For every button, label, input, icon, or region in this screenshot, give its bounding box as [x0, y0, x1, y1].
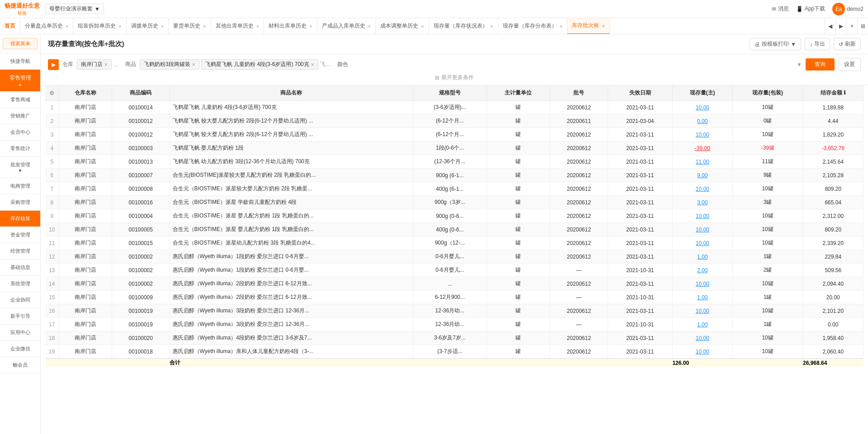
table-row: 12 南岸门店 00100002 惠氏启醇（Wyeth illuma）1段奶粉 …	[45, 250, 863, 264]
tab-1[interactable]: 分量盘点单历史 ×	[20, 18, 73, 34]
tab-7[interactable]: 产成品入库单历史 ×	[317, 18, 376, 34]
tab-close-all-btn[interactable]: ×	[846, 18, 857, 34]
tab-close-icon[interactable]: ×	[602, 23, 604, 28]
qty-main-cell[interactable]: 10.00	[672, 331, 732, 345]
settings-btn[interactable]: 设置	[838, 58, 861, 71]
footer-label: 合计	[170, 359, 413, 367]
footer-qty-main: 126.00	[672, 359, 732, 367]
product-tag-2[interactable]: 飞鹤星飞帆 儿童奶粉 4段(3-6岁适用) 700克 ×	[201, 59, 318, 70]
qty-main-cell[interactable]: 1.00	[672, 318, 732, 331]
table-footer-row: 合计 126.00 26,968.64	[45, 359, 863, 367]
sidebar-item-system[interactable]: 系统管理	[0, 276, 40, 292]
qty-main-cell[interactable]: 1.00	[672, 291, 732, 304]
sidebar-item-retail-mall[interactable]: 零售商城	[0, 92, 40, 108]
qty-main-cell[interactable]: 10.00	[672, 304, 732, 318]
sidebar-item-inventory[interactable]: 库存核算	[0, 211, 40, 227]
tab-prev-btn[interactable]: ◀	[825, 18, 835, 34]
col-unit-header: 主计量单位	[486, 85, 550, 101]
gear-icon[interactable]: ⚙	[49, 90, 54, 96]
product-filter-label: 商品	[125, 61, 136, 68]
product-tags: 飞鹤奶粉3段两罐装 × 飞鹤星飞帆 儿童奶粉 4段(3-6岁适用) 700克 ×…	[140, 59, 330, 70]
table-row: 10 南岸门店 00100005 合生元（BIOSTIME）派星 婴儿配方奶粉 …	[45, 223, 863, 236]
sidebar-item-purchase[interactable]: 采购管理	[0, 194, 40, 211]
sidebar-item-app-center[interactable]: 应用中心	[0, 325, 40, 341]
chevron-down-icon: ▼	[94, 6, 100, 12]
tab-close-icon[interactable]: ×	[491, 24, 493, 29]
query-btn[interactable]: 查询	[806, 58, 835, 71]
tab-2[interactable]: 组装拆卸单历史 ×	[73, 18, 126, 34]
tag-close-icon[interactable]: ×	[104, 61, 108, 68]
table-row: 6 南岸门店 00100007 合生元(BIOSTIME)派星较大婴儿配方奶粉 …	[45, 169, 863, 182]
sidebar-item-wholesale[interactable]: 批发管理 ▼	[0, 157, 40, 178]
sidebar-item-ecommerce[interactable]: 电商管理	[0, 178, 40, 194]
tab-8[interactable]: 成本调整单历史 ×	[376, 18, 429, 34]
refresh-btn[interactable]: ↺ 刷新	[834, 38, 861, 50]
sidebar-item-marketing[interactable]: 营销推广	[0, 108, 40, 124]
tab-close-icon[interactable]: ×	[66, 24, 68, 29]
qty-main-cell[interactable]: 2.00	[672, 264, 732, 277]
tab-home[interactable]: 首页	[0, 18, 20, 34]
table-row: 15 南岸门店 00100009 惠氏启醇（Wyeth illuma）2段奶粉 …	[45, 291, 863, 304]
search-menu-btn[interactable]: 搜索菜单	[3, 38, 38, 49]
tab-close-icon[interactable]: ×	[368, 24, 371, 29]
tab-close-icon[interactable]: ×	[560, 24, 562, 29]
message-btn[interactable]: ✉ 消息	[772, 5, 789, 13]
tab-11[interactable]: 库存批次账 ×	[567, 18, 609, 34]
sidebar-item-basic-info[interactable]: 基础信息	[0, 259, 40, 276]
qty-main-cell[interactable]: -39.00	[672, 142, 732, 155]
sidebar-item-collab[interactable]: 企业协同	[0, 292, 40, 308]
tab-menu-btn[interactable]: ⊞	[857, 18, 868, 34]
tab-6[interactable]: 材料出库单历史 ×	[264, 18, 317, 34]
export-btn[interactable]: ↓ 导出	[805, 38, 830, 50]
tab-10[interactable]: 现存量（库存分布表） ×	[498, 18, 567, 34]
qty-main-cell[interactable]: 1.00	[672, 250, 732, 264]
sidebar-item-member2[interactable]: 畅会员	[0, 357, 40, 373]
tab-close-icon[interactable]: ×	[118, 24, 121, 29]
qty-main-cell[interactable]: 10.00	[672, 236, 732, 250]
tab-close-icon[interactable]: ×	[309, 24, 312, 29]
sidebar-item-retail-mgmt[interactable]: 零售管理 ▲	[0, 70, 40, 92]
tab-close-icon[interactable]: ×	[203, 24, 206, 29]
product-tag-1[interactable]: 飞鹤奶粉3段两罐装 ×	[140, 59, 199, 70]
print-btn[interactable]: 🖨 按模板打印 ▼	[750, 38, 801, 50]
warehouse-tag-1[interactable]: 南岸门店 ×	[77, 59, 112, 70]
sidebar-item-operations[interactable]: 经营管理	[0, 243, 40, 259]
qty-main-cell[interactable]: 10.00	[672, 223, 732, 236]
tab-close-icon[interactable]: ×	[421, 24, 424, 29]
footer-amount: 26,968.64	[803, 359, 863, 367]
tab-5[interactable]: 其他出库单历史 ×	[211, 18, 264, 34]
filter-arrow-btn[interactable]: ▶	[48, 59, 59, 70]
qty-main-cell[interactable]: 10.00	[672, 345, 732, 359]
sidebar-item-guide[interactable]: 新手引导	[0, 308, 40, 325]
sidebar-item-enterprise-wechat[interactable]: 企业微信	[0, 341, 40, 357]
qty-main-cell[interactable]: 10.00	[672, 182, 732, 196]
expand-conditions-btn[interactable]: ⊞ 展开更多条件	[48, 74, 861, 81]
qty-main-cell[interactable]: 3.00	[672, 196, 732, 209]
col-qty-pkg-header: 现存量(包装)	[732, 85, 803, 101]
user-avatar-area[interactable]: Ea demo2	[832, 3, 863, 15]
tab-next-btn[interactable]: ▶	[835, 18, 846, 34]
tab-9[interactable]: 现存量（库存状况表） ×	[429, 18, 498, 34]
sidebar-item-finance[interactable]: 资金管理	[0, 227, 40, 243]
quick-nav-btn[interactable]: 快捷导航	[0, 55, 40, 67]
table-row: 7 南岸门店 00100008 合生元（BIOSTIME）派星较大婴儿配方奶粉 …	[45, 182, 863, 196]
sidebar-item-retail-stats[interactable]: 零售统计	[0, 141, 40, 157]
qty-main-cell[interactable]: 10.00	[672, 209, 732, 223]
qty-main-cell[interactable]: 0.00	[672, 114, 732, 128]
sidebar-item-member[interactable]: 会员中心	[0, 124, 40, 141]
col-spec-header: 规格型号	[413, 85, 486, 101]
qty-main-cell[interactable]: 11.00	[672, 155, 732, 169]
tag-close-icon[interactable]: ×	[311, 61, 314, 68]
tab-close-icon[interactable]: ×	[256, 24, 259, 29]
app-download-btn[interactable]: 📱 App下载	[796, 5, 825, 13]
company-dropdown[interactable]: 母婴行业演示账套 ▼	[45, 4, 104, 14]
tag-close-icon[interactable]: ×	[192, 61, 195, 68]
qty-main-cell[interactable]: 10.00	[672, 277, 732, 291]
qty-main-cell[interactable]: 10.00	[672, 101, 732, 114]
tab-4[interactable]: 要货单历史 ×	[169, 18, 211, 34]
tab-3[interactable]: 调拨单历史 ×	[127, 18, 169, 34]
qty-main-cell[interactable]: 9.00	[672, 169, 732, 182]
qty-main-cell[interactable]: 10.00	[672, 128, 732, 142]
tab-close-icon[interactable]: ×	[161, 24, 164, 29]
content-area: 现存量查询(按仓库+批次) 🖨 按模板打印 ▼ ↓ 导出 ↺ 刷新	[41, 34, 868, 434]
